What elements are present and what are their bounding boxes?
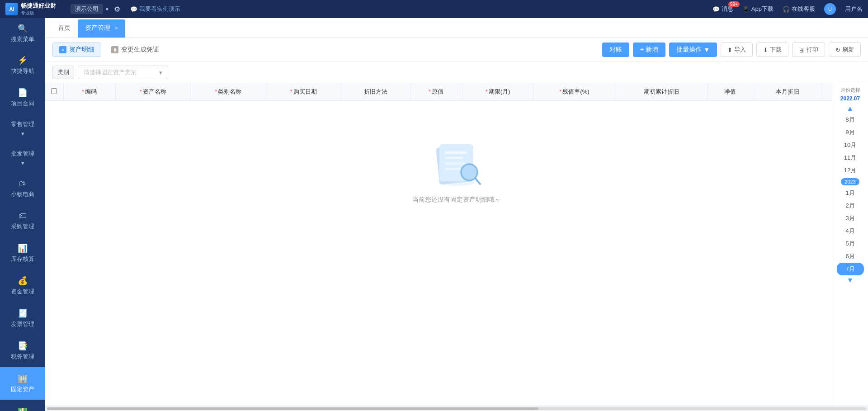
add-button-label: + 新增 bbox=[640, 46, 658, 54]
month-item-8[interactable]: 8月 bbox=[837, 113, 864, 126]
chevron-down-icon: ▾ bbox=[21, 160, 24, 166]
download-button[interactable]: ⬇ 下载 bbox=[756, 43, 788, 57]
demo-icon: 💬 bbox=[130, 6, 137, 13]
checkbox-header[interactable] bbox=[45, 83, 63, 101]
col-header-monthly: 本月折旧 bbox=[753, 83, 822, 101]
company-name: 演示公司 bbox=[71, 4, 103, 14]
inventory-icon: 📊 bbox=[18, 243, 28, 253]
table-area: *编码 *资产名称 *类别名称 *购买日期 折旧方法 *原值 *期限(月) *残… bbox=[45, 83, 868, 406]
reconcile-button[interactable]: 对账 bbox=[602, 43, 629, 57]
sidebar-item-ecommerce[interactable]: 🛍 小畅电商 bbox=[0, 173, 45, 205]
brand-name: 畅捷通好业财 bbox=[21, 2, 56, 10]
online-service-label: 在线客服 bbox=[792, 5, 815, 13]
svg-point-8 bbox=[464, 167, 475, 178]
sidebar-item-inventory[interactable]: 📊 库存核算 bbox=[0, 237, 45, 269]
select-all-checkbox[interactable] bbox=[51, 88, 57, 94]
month-item-10[interactable]: 10月 bbox=[837, 139, 864, 151]
sidebar-item-label: 搜索菜单 bbox=[11, 35, 34, 43]
sidebar-item-salary[interactable]: 💵 工资 bbox=[0, 400, 45, 411]
salary-icon: 💵 bbox=[18, 406, 28, 411]
sidebar-item-finance[interactable]: 💰 资金管理 bbox=[0, 269, 45, 302]
top-bar-right: 💬 消息 99+ 📱 App下载 🎧 在线客服 U 用户名 bbox=[712, 3, 863, 15]
app-download-button[interactable]: 📱 App下载 bbox=[742, 5, 774, 13]
import-button[interactable]: ⬆ 导入 bbox=[721, 43, 753, 57]
download-icon: ⬇ bbox=[763, 47, 768, 53]
sub-tab-change-voucher[interactable]: 📋 变更生成凭证 bbox=[105, 43, 165, 57]
settings-icon[interactable]: ⚙ bbox=[114, 5, 120, 14]
online-service-button[interactable]: 🎧 在线客服 bbox=[783, 5, 815, 13]
brand: Ai 畅捷通好业财 专业版 bbox=[5, 2, 56, 16]
month-year-label[interactable]: 2022.07 bbox=[840, 95, 860, 102]
sidebar-item-purchase[interactable]: 🏷 采购管理 bbox=[0, 205, 45, 237]
sidebar-item-quicknav[interactable]: ⚡ 快捷导航 bbox=[0, 49, 45, 81]
month-item-5[interactable]: 5月 bbox=[837, 237, 864, 250]
add-button[interactable]: + 新增 bbox=[633, 43, 665, 57]
col-header-residual-rate: *残值率(%) bbox=[533, 83, 615, 101]
finance-icon: 💰 bbox=[18, 276, 28, 286]
refresh-button[interactable]: ↻ 刷新 bbox=[829, 43, 861, 57]
empty-svg bbox=[429, 137, 488, 191]
month-panel-title: 月份选择 bbox=[840, 87, 860, 94]
sidebar-item-label: 资金管理 bbox=[11, 288, 34, 296]
month-nav-down-icon[interactable]: ▼ bbox=[846, 275, 855, 285]
col-header-code: *编码 bbox=[63, 83, 115, 101]
sidebar-item-fixed-assets[interactable]: 🏢 固定资产 bbox=[0, 367, 45, 400]
col-header-original-value: *原值 bbox=[410, 83, 462, 101]
app-download-label: App下载 bbox=[751, 5, 774, 13]
empty-state: 当前您还没有固定资产明细哦～ bbox=[45, 101, 868, 240]
month-nav-up-icon[interactable]: ▲ bbox=[846, 104, 855, 113]
month-item-4[interactable]: 4月 bbox=[837, 225, 864, 237]
month-item-7-current[interactable]: 7月 bbox=[837, 263, 864, 275]
batch-arrow-icon: ▼ bbox=[703, 46, 710, 53]
month-item-6[interactable]: 6月 bbox=[837, 250, 864, 263]
refresh-icon: ↻ bbox=[835, 47, 840, 53]
month-item-3[interactable]: 3月 bbox=[837, 212, 864, 225]
import-label: 导入 bbox=[734, 46, 746, 54]
sidebar-item-contract[interactable]: 📄 项目合同 bbox=[0, 81, 45, 114]
invoice-icon: 🧾 bbox=[18, 308, 28, 318]
sidebar-item-wholesale[interactable]: 批发管理 ▾ bbox=[0, 143, 45, 173]
month-item-9[interactable]: 9月 bbox=[837, 126, 864, 139]
sidebar-item-tax[interactable]: 📑 税务管理 bbox=[0, 335, 45, 367]
col-header-depreciation-method: 折旧方法 bbox=[341, 83, 410, 101]
month-item-12[interactable]: 12月 bbox=[837, 164, 864, 177]
sub-tab-label: 变更生成凭证 bbox=[121, 46, 159, 54]
mobile-icon: 📱 bbox=[742, 6, 750, 13]
refresh-label: 刷新 bbox=[842, 46, 854, 54]
tab-close-icon[interactable]: × bbox=[115, 25, 118, 31]
purchase-icon: 🏷 bbox=[19, 211, 27, 221]
message-button[interactable]: 💬 消息 99+ bbox=[712, 5, 733, 13]
sidebar-item-label: 发票管理 bbox=[11, 320, 34, 328]
sub-tab-asset-detail[interactable]: ≡ 资产明细 bbox=[52, 43, 101, 57]
page-content: ≡ 资产明细 📋 变更生成凭证 对账 + 新增 批量操作 ▼ bbox=[45, 38, 868, 411]
sub-tab-label: 资产明细 bbox=[69, 46, 94, 54]
svg-rect-4 bbox=[445, 157, 463, 159]
sidebar-item-label: 零售管理 bbox=[11, 120, 34, 128]
bottom-scrollbar[interactable] bbox=[45, 406, 868, 411]
sidebar-item-invoice[interactable]: 🧾 发票管理 bbox=[0, 302, 45, 335]
print-button[interactable]: 🖨 打印 bbox=[792, 43, 825, 57]
category-select[interactable]: 请选择固定资产类别 ▾ bbox=[78, 66, 168, 79]
company-selector[interactable]: 演示公司 ▾ bbox=[71, 4, 108, 14]
category-dropdown-icon: ▾ bbox=[159, 69, 162, 76]
month-item-2[interactable]: 2月 bbox=[837, 199, 864, 212]
sidebar-item-search[interactable]: 🔍 搜索菜单 bbox=[0, 18, 45, 49]
batch-button[interactable]: 批量操作 ▼ bbox=[669, 43, 717, 57]
sidebar-item-retail[interactable]: 零售管理 ▾ bbox=[0, 114, 45, 143]
toolbar: 对账 + 新增 批量操作 ▼ ⬆ 导入 ⬇ 下载 bbox=[602, 43, 861, 57]
category-label: 类别 bbox=[52, 66, 74, 79]
scroll-track bbox=[47, 407, 866, 410]
tab-home[interactable]: 首页 bbox=[51, 19, 78, 38]
scroll-thumb bbox=[47, 407, 538, 410]
svg-rect-3 bbox=[445, 151, 467, 154]
demo-link[interactable]: 💬 我要看实例演示 bbox=[130, 5, 180, 13]
month-item-11[interactable]: 11月 bbox=[837, 151, 864, 164]
demo-link-text: 我要看实例演示 bbox=[139, 5, 180, 13]
col-header-name: *资产名称 bbox=[115, 83, 191, 101]
user-name: 用户名 bbox=[845, 5, 863, 13]
month-item-1[interactable]: 1月 bbox=[837, 187, 864, 199]
sidebar-item-label: 快捷导航 bbox=[11, 67, 34, 75]
avatar: U bbox=[824, 3, 836, 15]
tab-asset-management[interactable]: 资产管理 × bbox=[78, 19, 125, 38]
tab-active-label: 资产管理 bbox=[85, 24, 110, 31]
